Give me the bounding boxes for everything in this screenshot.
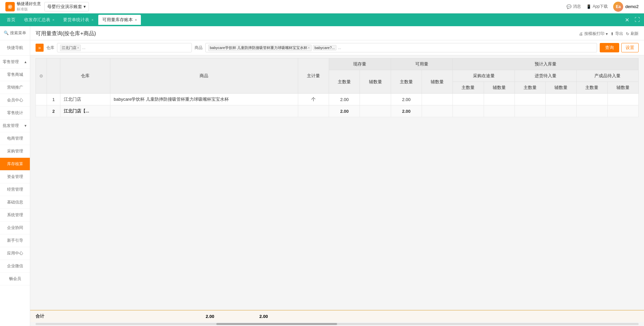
col-header-product: 商品 [110,58,298,94]
tab-order-close[interactable]: × [91,18,93,22]
sidebar-item-retail-shop-label: 零售商城 [7,72,23,78]
sidebar-item-wholesale-mgmt-label: 批发管理 [3,123,19,129]
col-header-current-aux: 辅数量 [360,70,391,94]
horizontal-scrollbar[interactable] [30,322,644,326]
tab-close-all[interactable]: ✕ [624,16,631,24]
col-header-production-main: 主数量 [577,82,607,94]
tab-bar-actions: ✕ ⛶ [624,16,641,24]
cell-current-main: 2.00 [329,94,360,105]
sidebar-item-wholesale-mgmt[interactable]: 批发管理 ▼ [0,120,30,132]
cell-pending-aux [546,94,577,105]
search-menu-button[interactable]: 🔍 搜索菜单 [3,29,27,37]
col-header-current-stock: 现存量 [329,58,391,70]
sidebar-item-system[interactable]: 系统管理 [0,209,30,222]
tab-available-close[interactable]: × [135,18,137,22]
page-header: 可用量查询(按仓库+商品) 🖨 按模板打印 ▾ ⬆ 导出 ↻ 刷新 [30,26,644,40]
tab-order[interactable]: 要货单统计表 × [59,15,97,25]
product-filter-input[interactable]: babycare学饮杯 儿童防摔防撞吸管杯重力球吸嘴杯宝宝水杯 × babyca… [205,43,597,52]
industry-selector[interactable]: 母婴行业演示账套 ▾ [44,2,89,11]
app-download-button[interactable]: 📱 App下载 [586,4,608,9]
sidebar-item-retail-mgmt-label: 零售管理 [3,59,19,65]
sidebar-item-vip-label: 畅会员 [9,276,21,282]
sidebar-item-system-label: 系统管理 [7,212,23,218]
sidebar-item-retail-stats[interactable]: 零售统计 [0,107,30,120]
col-header-warehouse: 仓库 [60,58,110,94]
export-button[interactable]: ⬆ 导出 [610,31,623,37]
cell-pending-aux-2 [546,105,577,117]
col-header-no [47,58,60,94]
cell-no: 1 [47,94,60,105]
sidebar-item-wechat-label: 企业微信 [7,263,23,269]
refresh-button[interactable]: ↻ 刷新 [626,31,639,37]
industry-selector-label: 母婴行业演示账套 [47,4,82,10]
scrollbar-thumb[interactable] [216,323,337,325]
top-bar-right: 💬 消息 📱 App下载 Ea demo2 [567,2,639,12]
query-button[interactable]: 查询 [600,43,619,52]
sidebar-item-app-center[interactable]: 应用中心 [0,247,30,260]
sidebar-item-wechat[interactable]: 企业微信 [0,260,30,273]
product-tag-1-close[interactable]: × [308,46,310,50]
sidebar-item-operations[interactable]: 经营管理 [0,183,30,196]
col-header-purchase-aux: 辅数量 [484,82,515,94]
sidebar-item-marketing[interactable]: 营销推广 [0,81,30,94]
tab-receive[interactable]: 收发存汇总表 × [20,15,58,25]
warehouse-filter-more[interactable]: ... [82,45,86,50]
cell-purchase-main [453,94,484,105]
tab-available[interactable]: 可用量库存账本 × [98,15,141,25]
sidebar-item-marketing-label: 营销推广 [7,85,23,90]
cell-available-aux-2 [422,105,452,117]
settings-button[interactable]: 设置 [621,43,639,52]
sidebar-item-ecommerce[interactable]: 电商管理 [0,132,30,145]
tab-maximize[interactable]: ⛶ [633,16,641,24]
sidebar-item-ecommerce-label: 电商管理 [7,136,23,141]
chevron-down-icon: ▾ [84,4,86,9]
phone-icon: 📱 [586,4,591,9]
chevron-down-icon: ▾ [606,32,608,36]
product-filter-more[interactable]: ... [338,45,341,50]
product-filter-label: 商品 [195,45,203,51]
footer-current-main: 2.00 [197,314,223,319]
export-icon: ⬆ [610,32,614,36]
cell-settings [36,94,47,105]
logo-sub: 标准版 [17,7,41,12]
scrollbar-track [36,323,639,325]
warehouse-filter-label: 仓库 [46,45,54,51]
sidebar-item-retail-mgmt[interactable]: 零售管理 ▲ [0,56,30,68]
col-header-planned-in: 预计入库量 [453,58,639,70]
warehouse-tag-close[interactable]: × [77,46,79,50]
quick-nav-item[interactable]: 快捷导航 [0,43,30,53]
tab-home[interactable]: 首页 [3,15,19,25]
message-button[interactable]: 💬 消息 [567,4,581,9]
content-area: 🔍 搜索菜单 快捷导航 零售管理 ▲ 零售商城 营销推广 会员中心 零售统计 批… [0,26,644,326]
sidebar-item-member-label: 会员中心 [7,97,23,103]
tab-available-label: 可用量库存账本 [102,17,133,23]
sidebar: 🔍 搜索菜单 快捷导航 零售管理 ▲ 零售商城 营销推广 会员中心 零售统计 批… [0,26,30,326]
footer-values: 2.00 2.00 [76,314,639,319]
sidebar-item-retail-shop[interactable]: 零售商城 [0,68,30,81]
cell-purchase-main-2 [453,105,484,117]
sidebar-item-inventory[interactable]: 库存核算 [0,158,30,171]
sidebar-item-finance[interactable]: 资金管理 [0,171,30,183]
sidebar-item-enterprise[interactable]: 企业协同 [0,222,30,234]
tab-home-label: 首页 [7,17,15,23]
warehouse-filter-input[interactable]: 江北门店 × ... [57,43,192,52]
print-button[interactable]: 🖨 按模板打印 ▾ [579,31,608,37]
sidebar-item-basic-info[interactable]: 基础信息 [0,196,30,209]
sidebar-item-purchase[interactable]: 采购管理 [0,145,30,158]
sidebar-item-newbie[interactable]: 新手引导 [0,234,30,247]
username: demo2 [625,4,639,9]
cell-no-2: 2 [47,105,60,117]
cell-production-aux-2 [607,105,638,117]
sidebar-search-area: 🔍 搜索菜单 [0,26,30,40]
filter-actions-right: 查询 设置 [600,43,639,52]
user-menu[interactable]: Ea demo2 [613,2,639,12]
cell-available-main: 2.00 [391,94,422,105]
filter-toggle-button[interactable]: » [36,44,44,52]
sidebar-item-operations-label: 经营管理 [7,187,23,192]
table-settings-icon[interactable]: ⚙ [39,74,43,79]
sidebar-item-vip[interactable]: 畅会员 [0,273,30,285]
tab-receive-close[interactable]: × [52,18,54,22]
footer-spacer2 [170,314,197,319]
sidebar-item-member[interactable]: 会员中心 [0,94,30,107]
footer-total-label: 合计 [36,313,76,319]
